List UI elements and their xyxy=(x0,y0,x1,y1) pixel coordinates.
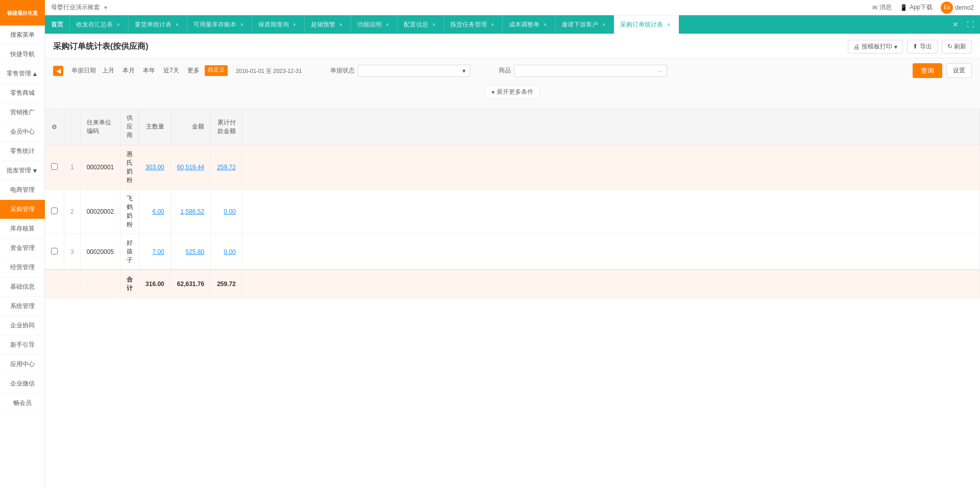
table-header: ⚙ 往来单位编码 供应商 主数量 金额 累计付款金额 xyxy=(45,109,980,145)
tab-receive-send[interactable]: 收发存汇总表 × xyxy=(70,15,129,34)
tab-config-info[interactable]: 配置信息 × xyxy=(398,15,444,34)
sidebar-item-ops[interactable]: 经营管理 xyxy=(0,258,45,277)
tab-purchase-stats[interactable]: 采购订单统计表 × xyxy=(614,15,679,34)
tab-close-purchase-stats[interactable]: × xyxy=(665,21,672,28)
th-settings[interactable]: ⚙ xyxy=(45,109,64,145)
tab-close-pick-task[interactable]: × xyxy=(489,21,496,28)
tab-close-overstock[interactable]: × xyxy=(337,21,345,28)
refresh-button[interactable]: ↻ 刷新 xyxy=(942,40,972,54)
sidebar-item-search[interactable]: 搜索英单 xyxy=(0,25,45,45)
tab-close-cost-adjust[interactable]: × xyxy=(542,21,549,28)
message-icon: ✉ xyxy=(872,4,877,11)
tab-function-desc[interactable]: 功能说明 × xyxy=(351,15,398,34)
sidebar-item-retail-stats[interactable]: 零售统计 xyxy=(0,142,45,161)
tab-cost-adjust[interactable]: 成本调整单 × xyxy=(503,15,555,34)
sidebar-item-shortcut[interactable]: 快捷导航 xyxy=(0,45,45,64)
cell-supplier: 飞鹤奶粉 xyxy=(120,190,139,234)
export-button[interactable]: ⬆ 导出 xyxy=(907,40,937,54)
cell-checkbox[interactable] xyxy=(45,190,64,234)
table-body: 1 00020001 惠氏奶粉 303.00 60,519.44 259.72 … xyxy=(45,145,980,270)
tab-available-stock[interactable]: 可用量库存账本 × xyxy=(187,15,252,34)
search-button[interactable]: 查询 xyxy=(913,63,942,78)
row-checkbox[interactable] xyxy=(51,208,58,214)
tab-close-available-stock[interactable]: × xyxy=(238,21,246,28)
tab-close-invite-downstream[interactable]: × xyxy=(600,21,607,28)
cell-paid-amount[interactable]: 0.00 xyxy=(211,234,242,270)
table-row: 2 00020002 飞鹤奶粉 6.00 1,586.52 0.00 xyxy=(45,190,980,234)
workspace-dropdown-icon[interactable]: ▾ xyxy=(104,4,107,11)
cell-amount[interactable]: 1,586.52 xyxy=(170,190,210,234)
date-opt-this-year[interactable]: 本年 xyxy=(140,65,158,76)
sidebar-item-system[interactable]: 系统管理 xyxy=(0,297,45,316)
tab-close-goods-stats[interactable]: × xyxy=(174,21,181,28)
settings-button[interactable]: 设置 xyxy=(946,63,972,78)
cell-checkbox[interactable] xyxy=(45,145,64,190)
sidebar-item-enterprise[interactable]: 企业协同 xyxy=(0,316,45,336)
filter-toggle-btn[interactable]: ◀ xyxy=(53,66,63,76)
sidebar-item-marketing[interactable]: 营销推广 xyxy=(0,103,45,122)
cell-main-qty[interactable]: 7.00 xyxy=(139,234,171,270)
date-opt-last-month[interactable]: 上月 xyxy=(99,65,117,76)
tab-home[interactable]: 首页 xyxy=(45,15,70,34)
cell-amount[interactable]: 525.80 xyxy=(170,234,210,270)
sidebar-item-basic[interactable]: 基础信息 xyxy=(0,277,45,297)
date-opt-this-month[interactable]: 本月 xyxy=(119,65,138,76)
maximize-btn[interactable]: ⛶ xyxy=(965,18,976,31)
tab-pick-task[interactable]: 拣货任务管理 × xyxy=(444,15,503,34)
message-btn[interactable]: ✉ 消息 xyxy=(872,3,892,12)
tab-close-function-desc[interactable]: × xyxy=(384,21,391,28)
status-select[interactable]: ▾ xyxy=(358,65,470,77)
paid-link[interactable]: 259.72 xyxy=(217,164,236,171)
sidebar-item-member[interactable]: 会员中心 xyxy=(0,122,45,142)
goods-input[interactable]: ··· xyxy=(514,65,667,77)
sidebar-item-newbie[interactable]: 新手引导 xyxy=(0,336,45,355)
sidebar-item-finance[interactable]: 资金管理 xyxy=(0,239,45,258)
tab-expiry-query[interactable]: 保质期查询 × xyxy=(252,15,305,34)
amount-link[interactable]: 525.80 xyxy=(185,248,204,255)
sidebar-item-wechat[interactable]: 企业微信 xyxy=(0,374,45,394)
sidebar-item-retail[interactable]: 零售管理 ▲ xyxy=(0,64,45,84)
qty-link[interactable]: 6.00 xyxy=(152,208,164,215)
close-all-tabs-btn[interactable]: ✕ xyxy=(950,18,961,31)
app-download-btn[interactable]: 📱 App下载 xyxy=(900,3,933,12)
amount-link[interactable]: 60,519.44 xyxy=(177,164,204,171)
filter-goods-item: 商品 ··· xyxy=(499,65,667,77)
tab-invite-downstream[interactable]: 邀请下游客户 × xyxy=(555,15,614,34)
user-menu[interactable]: Ea demo2 xyxy=(941,2,974,14)
sidebar-item-app-center[interactable]: 应用中心 xyxy=(0,355,45,374)
amount-link[interactable]: 1,586.52 xyxy=(180,208,204,215)
expand-more-btn[interactable]: ▾ 展开更多条件 xyxy=(485,85,540,99)
cell-paid-amount[interactable]: 259.72 xyxy=(211,145,242,190)
cell-main-qty[interactable]: 6.00 xyxy=(139,190,171,234)
cell-checkbox[interactable] xyxy=(45,234,64,270)
cell-amount[interactable]: 60,519.44 xyxy=(170,145,210,190)
footer-label: 合计 xyxy=(120,270,139,298)
tab-close-config-info[interactable]: × xyxy=(430,21,437,28)
sidebar-item-purchase[interactable]: 采购管理 xyxy=(0,200,45,219)
sidebar-item-wholesale[interactable]: 批发管理 ▼ xyxy=(0,161,45,181)
paid-link[interactable]: 0.00 xyxy=(224,208,236,215)
cell-num: 1 xyxy=(64,145,81,190)
tab-close-expiry-query[interactable]: × xyxy=(291,21,298,28)
qty-link[interactable]: 303.00 xyxy=(145,164,164,171)
tab-goods-stats[interactable]: 要货单统计表 × xyxy=(129,15,187,34)
cell-main-qty[interactable]: 303.00 xyxy=(139,145,171,190)
tab-overstock[interactable]: 超储预警 × xyxy=(305,15,351,34)
sidebar-item-retail-shop[interactable]: 零售商城 xyxy=(0,84,45,103)
paid-link[interactable]: 0.00 xyxy=(224,248,236,255)
tab-close-receive-send[interactable]: × xyxy=(115,21,122,28)
qty-link[interactable]: 7.00 xyxy=(152,248,164,255)
sidebar-item-ecommerce[interactable]: 电商管理 xyxy=(0,181,45,200)
date-opt-7days[interactable]: 近7天 xyxy=(160,65,182,76)
table-footer: 合计 316.00 62,631.76 259.72 xyxy=(45,270,980,298)
date-opt-more[interactable]: 更多 xyxy=(184,65,203,76)
row-checkbox[interactable] xyxy=(51,163,58,170)
cell-paid-amount[interactable]: 0.00 xyxy=(211,190,242,234)
workspace-selector[interactable]: 母婴行业演示账套 xyxy=(51,3,100,12)
filter-date-item: 单据日期 上月 本月 本年 近7天 更多 自定义 xyxy=(71,65,228,76)
template-print-button[interactable]: 🖨 按模板打印 ▾ xyxy=(848,40,903,54)
cell-supplier: 惠氏奶粉 xyxy=(120,145,139,190)
sidebar-item-member2[interactable]: 畅会员 xyxy=(0,394,45,413)
row-checkbox[interactable] xyxy=(51,248,58,254)
sidebar-item-stock[interactable]: 库存核算 xyxy=(0,219,45,239)
